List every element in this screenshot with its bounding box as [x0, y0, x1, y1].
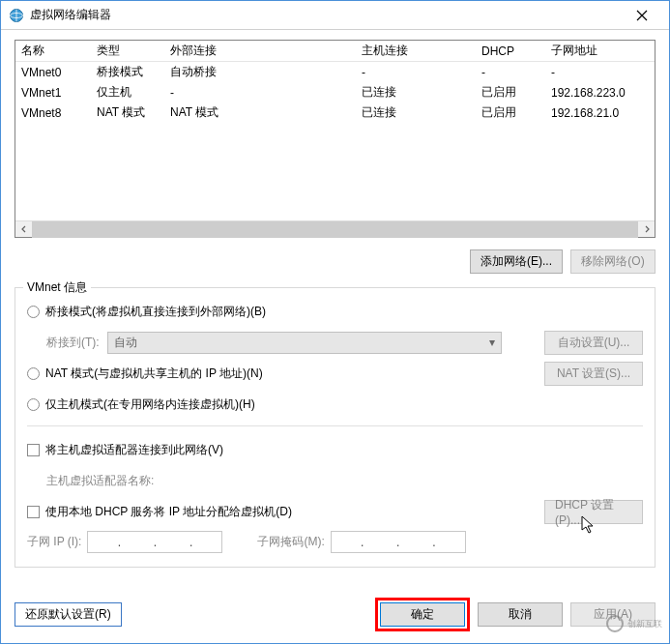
- group-title: VMnet 信息: [23, 279, 91, 296]
- col-header-ext[interactable]: 外部连接: [164, 43, 356, 59]
- table-row[interactable]: VMnet0 桥接模式 自动桥接 - - -: [15, 62, 655, 82]
- bridge-to-select[interactable]: 自动 ▾: [107, 332, 502, 354]
- scroll-thumb[interactable]: [32, 221, 638, 238]
- titlebar: 虚拟网络编辑器: [1, 1, 669, 30]
- scroll-track[interactable]: [32, 221, 638, 238]
- dialog-footer: 还原默认设置(R) 确定 取消 应用(A): [1, 590, 669, 643]
- chevron-down-icon: ▾: [489, 336, 495, 349]
- divider: [27, 425, 643, 426]
- cancel-button[interactable]: 取消: [478, 602, 563, 627]
- ok-button[interactable]: 确定: [380, 602, 465, 627]
- list-header: 名称 类型 外部连接 主机连接 DHCP 子网地址: [15, 41, 655, 62]
- bridge-to-label: 桥接到(T):: [46, 335, 100, 351]
- col-header-type[interactable]: 类型: [91, 43, 164, 59]
- radio-icon: [27, 398, 40, 411]
- connect-host-label: 将主机虚拟适配器连接到此网络(V): [45, 442, 223, 458]
- dhcp-settings-button: DHCP 设置(P)...: [544, 500, 643, 524]
- add-network-button[interactable]: 添加网络(E)...: [470, 249, 563, 274]
- dhcp-checkbox-row[interactable]: 使用本地 DHCP 服务将 IP 地址分配给虚拟机(D) DHCP 设置(P).…: [27, 498, 643, 525]
- radio-icon: [27, 306, 40, 318]
- list-rows: VMnet0 桥接模式 自动桥接 - - - VMnet1 仅主机 - 已连接 …: [15, 62, 655, 220]
- watermark: 创新互联: [603, 608, 665, 639]
- nat-mode-label: NAT 模式(与虚拟机共享主机的 IP 地址)(N): [45, 366, 263, 382]
- nat-mode-radio-row[interactable]: NAT 模式(与虚拟机共享主机的 IP 地址)(N) NAT 设置(S)...: [27, 360, 643, 387]
- scroll-right-icon[interactable]: [638, 221, 655, 238]
- close-button[interactable]: [623, 1, 661, 30]
- table-row[interactable]: VMnet8 NAT 模式 NAT 模式 已连接 已启用 192.168.21.…: [15, 102, 655, 123]
- host-adapter-label: 主机虚拟适配器名称:: [46, 473, 154, 489]
- restore-defaults-button[interactable]: 还原默认设置(R): [15, 602, 122, 627]
- hostonly-mode-radio-row[interactable]: 仅主机模式(在专用网络内连接虚拟机)(H): [27, 391, 643, 418]
- dhcp-label: 使用本地 DHCP 服务将 IP 地址分配给虚拟机(D): [45, 504, 292, 520]
- window-title: 虚拟网络编辑器: [30, 7, 623, 23]
- subnet-mask-input[interactable]: . . .: [331, 531, 466, 553]
- subnet-mask-label: 子网掩码(M):: [257, 534, 324, 550]
- virtual-network-editor-window: 虚拟网络编辑器 名称 类型 外部连接 主机连接 DHCP 子网地址 VMnet0…: [0, 0, 670, 644]
- nat-settings-button: NAT 设置(S)...: [544, 362, 643, 386]
- vmnet-info-group: VMnet 信息 桥接模式(将虚拟机直接连接到外部网络)(B) 桥接到(T): …: [15, 287, 655, 568]
- checkbox-icon: [27, 444, 40, 456]
- auto-settings-button: 自动设置(U)...: [544, 331, 643, 355]
- host-adapter-name-row: 主机虚拟适配器名称:: [46, 467, 643, 494]
- ok-highlight: 确定: [375, 598, 470, 631]
- dialog-body: 名称 类型 外部连接 主机连接 DHCP 子网地址 VMnet0 桥接模式 自动…: [1, 30, 669, 590]
- col-header-subnet[interactable]: 子网地址: [545, 43, 642, 59]
- checkbox-icon: [27, 506, 40, 518]
- col-header-name[interactable]: 名称: [15, 43, 91, 59]
- subnet-ip-input[interactable]: . . .: [87, 531, 222, 553]
- network-list[interactable]: 名称 类型 外部连接 主机连接 DHCP 子网地址 VMnet0 桥接模式 自动…: [15, 40, 655, 238]
- bridge-mode-label: 桥接模式(将虚拟机直接连接到外部网络)(B): [45, 304, 266, 320]
- bridge-to-row: 桥接到(T): 自动 ▾ 自动设置(U)...: [46, 329, 643, 356]
- remove-network-button: 移除网络(O): [570, 249, 655, 274]
- radio-icon: [27, 367, 40, 380]
- bridge-mode-radio-row[interactable]: 桥接模式(将虚拟机直接连接到外部网络)(B): [27, 298, 643, 325]
- hostonly-mode-label: 仅主机模式(在专用网络内连接虚拟机)(H): [45, 396, 255, 413]
- col-header-host[interactable]: 主机连接: [356, 43, 476, 59]
- subnet-ip-label: 子网 IP (I):: [27, 534, 81, 550]
- list-buttons: 添加网络(E)... 移除网络(O): [15, 249, 655, 274]
- connect-host-checkbox-row[interactable]: 将主机虚拟适配器连接到此网络(V): [27, 436, 643, 463]
- subnet-row: 子网 IP (I): . . . 子网掩码(M): . . .: [27, 531, 643, 553]
- horizontal-scrollbar[interactable]: [15, 220, 655, 237]
- scroll-left-icon[interactable]: [15, 221, 32, 238]
- col-header-dhcp[interactable]: DHCP: [476, 44, 545, 58]
- app-icon: [9, 8, 24, 23]
- table-row[interactable]: VMnet1 仅主机 - 已连接 已启用 192.168.223.0: [15, 82, 655, 102]
